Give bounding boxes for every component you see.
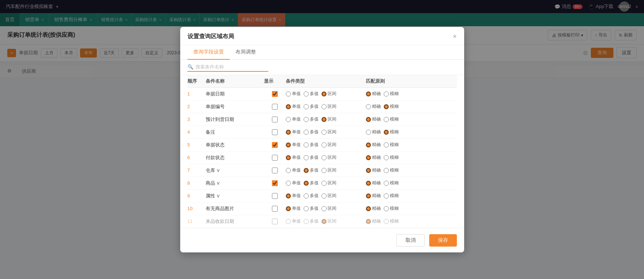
modal-header: 设置查询区域布局 ×: [180, 27, 464, 45]
field-table-header: 顺序 条件名称 显示 条件类型 匹配原则: [187, 75, 457, 78]
th-order: 顺序: [187, 78, 206, 78]
modal-title: 设置查询区域布局: [187, 33, 234, 40]
modal-tabs: 查询字段设置 布局调整: [180, 45, 464, 60]
th-type: 条件类型: [286, 78, 366, 78]
search-icon: 🔍: [187, 64, 193, 70]
tab-query-fields[interactable]: 查询字段设置: [187, 45, 230, 60]
th-match: 匹配原则: [366, 78, 439, 78]
search-input[interactable]: [195, 64, 268, 70]
th-display: 显示: [264, 78, 286, 78]
search-wrap: 🔍: [187, 64, 268, 72]
modal-search-area: 🔍: [180, 60, 464, 75]
th-name: 条件名称: [206, 78, 264, 78]
tab-layout-adjust[interactable]: 布局调整: [230, 45, 262, 60]
modal-close-btn[interactable]: ×: [453, 33, 457, 40]
modal-overlay: 设置查询区域布局 × 查询字段设置 布局调整 🔍 顺序 条件名称 显示 条件类型…: [0, 0, 644, 78]
settings-modal: 设置查询区域布局 × 查询字段设置 布局调整 🔍 顺序 条件名称 显示 条件类型…: [180, 27, 464, 78]
field-table: 顺序 条件名称 显示 条件类型 匹配原则 1 单据日期 单值 多值 区间: [180, 75, 464, 78]
